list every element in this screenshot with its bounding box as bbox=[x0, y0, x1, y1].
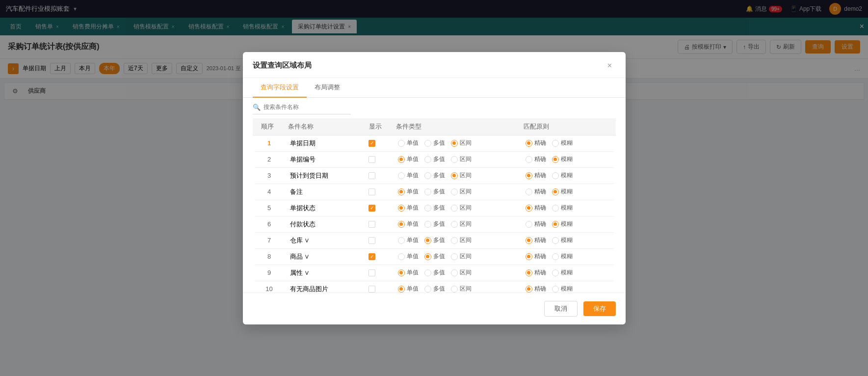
dialog-close-btn[interactable]: × bbox=[604, 60, 616, 72]
modal-overlay: 设置查询区域布局 × 查询字段设置 布局调整 🔍 顺序 条件名称 bbox=[0, 0, 868, 104]
dialog-header: 设置查询区域布局 × bbox=[243, 52, 626, 78]
dialog-title: 设置查询区域布局 bbox=[253, 61, 312, 70]
dialog: 设置查询区域布局 × 查询字段设置 布局调整 🔍 顺序 条件名称 bbox=[243, 52, 626, 105]
search-box: 🔍 bbox=[253, 104, 351, 105]
dialog-tabs: 查询字段设置 布局调整 bbox=[243, 78, 626, 98]
search-icon: 🔍 bbox=[253, 104, 261, 105]
dialog-tab-layout[interactable]: 布局调整 bbox=[307, 78, 348, 98]
dialog-tab-query-fields[interactable]: 查询字段设置 bbox=[253, 78, 307, 98]
dialog-search-area: 🔍 bbox=[243, 98, 626, 105]
search-input[interactable] bbox=[263, 104, 342, 104]
